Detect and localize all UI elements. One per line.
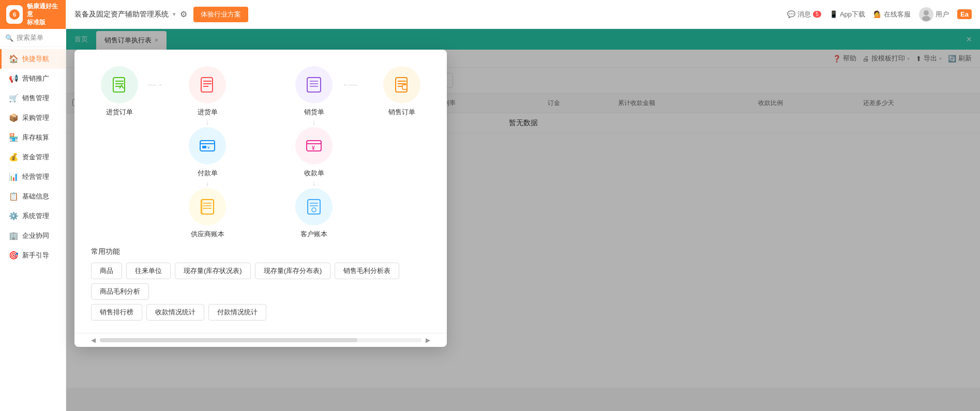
sidebar-search[interactable]: 🔍 搜索菜单 xyxy=(0,29,66,47)
common-funcs-title: 常用功能 xyxy=(91,247,430,256)
service-icon: 💁 xyxy=(873,10,882,18)
svg-rect-5 xyxy=(113,78,125,92)
sidebar-item-inventory[interactable]: 🏪 库存核算 xyxy=(0,128,66,147)
sales-icon: 🛒 xyxy=(9,94,18,103)
sidebar-item-label: 销售管理 xyxy=(22,94,49,103)
node-customer-ledger[interactable]: 客户账本 xyxy=(285,188,342,239)
svg-rect-9 xyxy=(201,78,213,92)
node-payment-bill[interactable]: ¥ 付款单 xyxy=(179,127,236,178)
sidebar-item-label: 采购管理 xyxy=(22,113,49,123)
inventory-icon: 🏪 xyxy=(9,133,18,142)
logo-text: 畅康通好生意 标准版 xyxy=(27,3,59,27)
sidebar-item-label: 系统管理 xyxy=(22,211,49,221)
sidebar-item-purchase[interactable]: 📦 采购管理 xyxy=(0,108,66,128)
sidebar-item-label: 营销推广 xyxy=(22,74,49,83)
header-system: 装备及固定资产辅助管理系统 ▾ ⚙ xyxy=(74,9,187,19)
customer-ledger-icon xyxy=(295,188,333,225)
func-btns-row1: 商品 往来单位 现存量(库存状况表) 现存量(库存分布表) 销售毛利分析表 商品… xyxy=(91,263,430,300)
operations-icon: 📊 xyxy=(9,172,18,181)
header: 装备及固定资产辅助管理系统 ▾ ⚙ 体验行业方案 💬 消息 5 📱 App下载 … xyxy=(66,0,980,29)
basic-info-icon: 📋 xyxy=(9,192,18,201)
sidebar-logo: 6 畅康通好生意 标准版 xyxy=(0,0,66,29)
sidebar-item-system[interactable]: ⚙️ 系统管理 xyxy=(0,206,66,226)
svg-rect-24 xyxy=(202,146,206,148)
sidebar-item-quick-nav[interactable]: 🏠 快捷导航 xyxy=(0,49,66,69)
func-btn-product[interactable]: 商品 xyxy=(91,263,122,279)
experience-btn[interactable]: 体验行业方案 xyxy=(193,7,248,22)
sales-order-icon xyxy=(383,66,420,103)
sidebar-item-enterprise[interactable]: 🏢 企业协同 xyxy=(0,226,66,246)
supplier-ledger-label: 供应商账本 xyxy=(191,230,224,239)
ea-badge: Ea xyxy=(957,9,972,19)
enterprise-icon: 🏢 xyxy=(9,231,18,240)
func-btns-row2: 销售排行榜 收款情况统计 付款情况统计 xyxy=(91,304,430,321)
purchase-bill-icon xyxy=(189,66,226,103)
svg-point-3 xyxy=(924,10,929,16)
sidebar-item-label: 企业协同 xyxy=(22,231,49,240)
scrollbar-right-arrow[interactable]: ▶ xyxy=(426,337,430,344)
func-btn-payment-stats[interactable]: 付款情况统计 xyxy=(208,304,266,321)
purchase-order-label: 进货订单 xyxy=(106,108,133,117)
sidebar-item-marketing[interactable]: 📢 营销推广 xyxy=(0,69,66,88)
func-btn-sales-rank[interactable]: 销售排行榜 xyxy=(91,304,142,321)
common-funcs: 常用功能 商品 往来单位 现存量(库存状况表) 现存量(库存分布表) 销售毛利分… xyxy=(74,247,447,333)
node-receipt-bill[interactable]: ¥ 收款单 xyxy=(285,127,342,178)
func-btn-product-margin[interactable]: 商品毛利分析 xyxy=(91,283,149,300)
node-sales-bill[interactable]: 销货单 xyxy=(285,66,342,117)
gear-icon[interactable]: ⚙ xyxy=(180,9,187,19)
sidebar-item-finance[interactable]: 💰 资金管理 xyxy=(0,147,66,167)
system-title: 装备及固定资产辅助管理系统 xyxy=(74,10,169,19)
func-btn-stock-dist[interactable]: 现存量(库存分布表) xyxy=(255,263,331,279)
func-btn-stock-status[interactable]: 现存量(库存状况表) xyxy=(175,263,251,279)
func-btn-receipt-stats[interactable]: 收款情况统计 xyxy=(146,304,204,321)
app-download-action[interactable]: 📱 App下载 xyxy=(830,10,865,19)
sidebar-item-label: 库存核算 xyxy=(22,133,49,142)
purchase-order-icon xyxy=(101,66,138,103)
customer-ledger-label: 客户账本 xyxy=(300,230,327,239)
payment-bill-icon: ¥ xyxy=(189,127,226,164)
node-purchase-bill[interactable]: 进货单 xyxy=(179,66,236,117)
scrollbar-thumb[interactable] xyxy=(100,338,357,342)
sidebar-item-basic-info[interactable]: 📋 基础信息 xyxy=(0,187,66,206)
svg-rect-21 xyxy=(402,85,407,89)
svg-text:¥: ¥ xyxy=(312,145,315,151)
finance-icon: 💰 xyxy=(9,153,18,162)
message-action[interactable]: 💬 消息 5 xyxy=(787,10,821,19)
system-icon: ⚙️ xyxy=(9,211,18,221)
message-badge: 5 xyxy=(813,11,821,18)
sidebar-item-operations[interactable]: 📊 经营管理 xyxy=(0,167,66,187)
modal-overlay: 进货订单 - - - - → 进货单 xyxy=(66,29,980,411)
purchase-icon: 📦 xyxy=(9,113,18,123)
header-actions: 💬 消息 5 📱 App下载 💁 在线客服 用户 Ea xyxy=(787,7,972,22)
scrollbar-track xyxy=(100,338,421,342)
online-service-label: 在线客服 xyxy=(884,10,911,19)
marketing-icon: 📢 xyxy=(9,74,18,83)
receipt-bill-icon: ¥ xyxy=(295,127,333,164)
svg-text:¥: ¥ xyxy=(207,145,210,150)
node-purchase-order[interactable]: 进货订单 xyxy=(91,66,148,117)
message-icon: 💬 xyxy=(787,10,795,18)
user-action[interactable]: 用户 xyxy=(919,7,949,22)
sales-order-label: 销售订单 xyxy=(388,108,415,117)
avatar xyxy=(919,7,933,22)
svg-point-37 xyxy=(312,208,316,212)
user-label: 用户 xyxy=(936,10,949,19)
node-sales-order[interactable]: 销售订单 xyxy=(373,66,430,117)
online-service-action[interactable]: 💁 在线客服 xyxy=(873,10,911,19)
guide-icon: 🎯 xyxy=(9,251,18,260)
dropdown-icon[interactable]: ▾ xyxy=(173,11,176,18)
sidebar-item-guide[interactable]: 🎯 新手引导 xyxy=(0,246,66,265)
sidebar-item-label: 快捷导航 xyxy=(22,54,49,64)
svg-rect-33 xyxy=(201,200,203,214)
sidebar-item-sales[interactable]: 🛒 销售管理 xyxy=(0,88,66,108)
arrow-so-sb: ← - - - - xyxy=(342,66,373,88)
modal-dialog: 进货订单 - - - - → 进货单 xyxy=(74,50,447,347)
sidebar-item-label: 资金管理 xyxy=(22,153,49,162)
func-btn-supplier-customer[interactable]: 往来单位 xyxy=(126,263,171,279)
sidebar: 6 畅康通好生意 标准版 🔍 搜索菜单 🏠 快捷导航 📢 营销推广 🛒 销售管理… xyxy=(0,0,66,411)
func-btn-sales-margin[interactable]: 销售毛利分析表 xyxy=(335,263,399,279)
sales-bill-label: 销货单 xyxy=(304,108,324,117)
node-supplier-ledger[interactable]: 供应商账本 xyxy=(179,188,236,239)
sidebar-item-label: 基础信息 xyxy=(22,192,49,201)
scrollbar-left-arrow[interactable]: ◀ xyxy=(91,337,96,344)
